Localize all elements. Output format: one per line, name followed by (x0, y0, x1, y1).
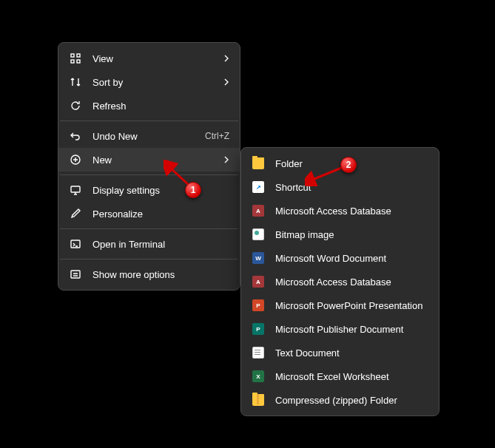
menu-item-show-more[interactable]: Show more options (58, 262, 240, 286)
submenu-item-powerpoint[interactable]: P Microsoft PowerPoint Presentation (241, 293, 439, 317)
menu-label: Microsoft Word Document (275, 253, 428, 264)
menu-label: Undo New (92, 131, 205, 142)
submenu-item-excel[interactable]: X Microsoft Excel Worksheet (241, 364, 439, 388)
menu-label: Text Document (275, 347, 428, 359)
menu-item-view[interactable]: View (58, 47, 240, 70)
submenu-item-publisher[interactable]: P Microsoft Publisher Document (241, 317, 439, 341)
submenu-item-access-db-2[interactable]: A Microsoft Access Database (241, 270, 439, 293)
submenu-item-access-db[interactable]: A Microsoft Access Database (241, 199, 439, 223)
menu-separator (60, 259, 238, 259)
svg-rect-0 (71, 54, 74, 57)
svg-rect-5 (71, 186, 80, 192)
menu-item-refresh[interactable]: Refresh (58, 94, 240, 118)
menu-item-personalize[interactable]: Personalize (58, 202, 240, 225)
menu-item-open-terminal[interactable]: Open in Terminal (58, 232, 240, 256)
menu-label: View (92, 53, 218, 64)
show-more-icon (69, 268, 82, 281)
new-submenu: Folder ↗ Shortcut A Microsoft Access Dat… (240, 147, 440, 416)
undo-icon (69, 129, 82, 143)
menu-label: Microsoft Access Database (275, 276, 428, 288)
svg-rect-2 (71, 60, 74, 63)
excel-icon: X (252, 370, 265, 383)
menu-label: Display settings (92, 185, 229, 196)
access-icon: A (252, 275, 265, 288)
view-icon (69, 52, 82, 65)
submenu-item-bitmap[interactable]: Bitmap image (241, 223, 439, 246)
menu-label: Microsoft Excel Worksheet (275, 371, 428, 382)
submenu-item-zip[interactable]: Compressed (zipped) Folder (241, 388, 439, 412)
menu-label: Shortcut (275, 182, 428, 193)
new-icon (69, 153, 82, 166)
chevron-right-icon (223, 78, 229, 86)
chevron-right-icon (223, 54, 229, 63)
svg-rect-3 (77, 60, 80, 63)
powerpoint-icon: P (252, 299, 265, 312)
refresh-icon (69, 99, 82, 112)
svg-rect-1 (77, 54, 80, 57)
access-icon: A (252, 204, 265, 217)
menu-label: Microsoft PowerPoint Presentation (275, 300, 428, 311)
menu-item-sort-by[interactable]: Sort by (58, 70, 240, 94)
menu-label: Microsoft Publisher Document (275, 324, 428, 335)
menu-label: Show more options (92, 269, 229, 280)
menu-item-undo-new[interactable]: Undo New Ctrl+Z (58, 124, 240, 148)
annotation-badge-2: 2 (340, 157, 357, 173)
publisher-icon: P (252, 322, 265, 336)
menu-label: Personalize (92, 208, 229, 220)
zip-folder-icon (252, 393, 265, 407)
personalize-icon (69, 207, 82, 220)
menu-label: New (92, 155, 218, 166)
menu-label: Refresh (92, 101, 229, 112)
menu-item-new[interactable]: New (58, 148, 240, 172)
annotation-badge-1: 1 (185, 182, 201, 198)
folder-icon (252, 157, 265, 170)
menu-label: Microsoft Access Database (275, 206, 428, 217)
menu-separator (60, 228, 238, 229)
menu-item-display-settings[interactable]: Display settings (58, 178, 240, 202)
sort-icon (69, 75, 82, 89)
submenu-item-word[interactable]: W Microsoft Word Document (241, 246, 439, 270)
terminal-icon (69, 237, 82, 251)
menu-shortcut: Ctrl+Z (205, 131, 229, 141)
menu-label: Compressed (zipped) Folder (275, 395, 428, 406)
display-settings-icon (69, 183, 82, 197)
menu-separator (60, 121, 238, 121)
submenu-item-text[interactable]: Text Document (241, 341, 439, 364)
text-document-icon (252, 346, 265, 359)
menu-label: Sort by (92, 77, 218, 88)
shortcut-icon: ↗ (252, 180, 265, 194)
menu-separator (60, 174, 238, 175)
annotation-arrow-2 (305, 164, 346, 186)
word-icon: W (252, 251, 265, 265)
svg-rect-7 (71, 271, 80, 278)
menu-label: Open in Terminal (92, 239, 229, 250)
bitmap-icon (252, 228, 265, 241)
menu-label: Bitmap image (275, 229, 428, 240)
desktop-context-menu: View Sort by Refresh Undo New Ctrl+Z New (58, 42, 240, 291)
chevron-right-icon (223, 155, 229, 164)
